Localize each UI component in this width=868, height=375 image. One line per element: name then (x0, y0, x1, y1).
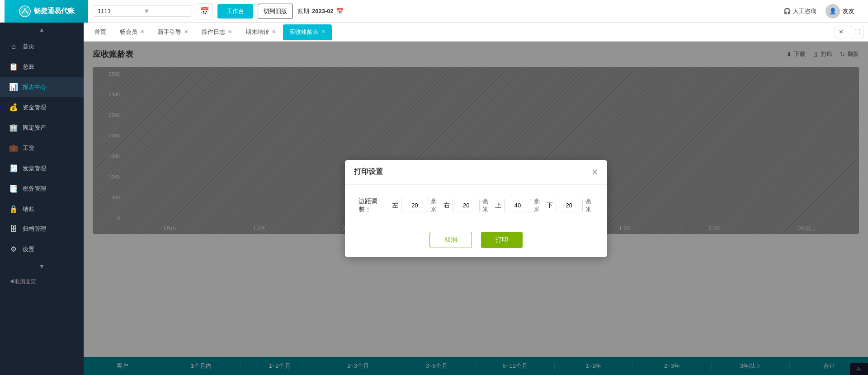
support-button[interactable]: 🎧 人工咨询 (783, 7, 816, 15)
content-area: 首页 畅会员 ✕ 新手引导 ✕ 操作日志 ✕ 期末结转 ✕ 应收账龄表 ✕ (84, 23, 868, 375)
top-unit: 毫米 (534, 197, 542, 214)
sidebar-archive-label: 归档管理 (23, 225, 46, 233)
margin-bottom-input[interactable] (556, 199, 583, 212)
tab-guide-label: 新手引导 (158, 28, 181, 36)
tab-period-end[interactable]: 期末结转 ✕ (239, 24, 282, 40)
tab-guide[interactable]: 新手引导 ✕ (151, 24, 194, 40)
invoice-icon: 🧾 (9, 164, 18, 173)
sidebar-reports-label: 报表中心 (23, 83, 46, 91)
left-unit: 毫米 (431, 197, 439, 214)
sidebar-item-finance[interactable]: 💰 资金管理 (0, 97, 84, 117)
sidebar-payroll-label: 工资 (23, 144, 34, 152)
sidebar-invoice-label: 发票管理 (23, 164, 46, 173)
archive-icon: 🗄 (9, 225, 18, 233)
modal-overlay: 打印设置 ✕ 边距调整： 左 毫米 右 (84, 42, 868, 375)
reports-icon: 📊 (9, 83, 18, 91)
tab-log[interactable]: 操作日志 ✕ (195, 24, 238, 40)
support-label: 人工咨询 (793, 7, 816, 15)
tab-ar-aging-close[interactable]: ✕ (321, 29, 326, 35)
sidebar-item-reports[interactable]: 📊 报表中心 (0, 77, 84, 97)
sidebar-assets-label: 固定资产 (23, 124, 46, 132)
assets-icon: 🏢 (9, 123, 18, 132)
sidebar-item-archive[interactable]: 🗄 归档管理 (0, 219, 84, 239)
tab-log-label: 操作日志 (202, 28, 225, 36)
sidebar-item-payroll[interactable]: 💼 工资 (0, 138, 84, 158)
avatar-icon: 👤 (829, 8, 836, 14)
dialog-footer: 取消 打印 (345, 225, 607, 257)
user-area[interactable]: 👤 友友 (826, 4, 854, 19)
period-calendar-icon[interactable]: 📅 (336, 8, 344, 14)
period-area: 账期 2023-02 📅 (297, 7, 344, 15)
tab-ar-aging[interactable]: 应收账龄表 ✕ (283, 24, 332, 40)
margin-right-group: 右 毫米 (443, 197, 491, 214)
calendar-icon: 📅 (200, 7, 209, 15)
sidebar-home-label: 首页 (23, 42, 34, 51)
sidebar-scroll-down[interactable]: ▼ (0, 259, 84, 273)
tab-guide-close[interactable]: ✕ (184, 29, 188, 35)
workbench-button[interactable]: 工作台 (217, 4, 253, 19)
tabs-bar: 首页 畅会员 ✕ 新手引导 ✕ 操作日志 ✕ 期末结转 ✕ 应收账龄表 ✕ (84, 23, 868, 42)
switch-version-button[interactable]: 切到旧版 (258, 4, 293, 19)
top-header: 畅捷通易代账 1111 ▼ 📅 工作台 切到旧版 账期 2023-02 📅 🎧 … (0, 0, 868, 23)
margin-top-group: 上 毫米 (495, 197, 542, 214)
tab-period-end-close[interactable]: ✕ (272, 29, 276, 35)
dialog-header: 打印设置 ✕ (345, 160, 607, 185)
margin-bottom-group: 下 毫米 (547, 197, 594, 214)
finance-icon: 💰 (9, 103, 18, 112)
dialog-body: 边距调整： 左 毫米 右 毫米 (345, 185, 607, 225)
margin-right-input[interactable] (453, 199, 480, 212)
right-label: 右 (443, 202, 450, 210)
tab-member-close[interactable]: ✕ (140, 29, 144, 35)
bottom-label: 下 (547, 202, 553, 210)
sidebar-finance-label: 资金管理 (23, 103, 46, 112)
user-name: 友友 (843, 7, 854, 15)
margin-top-input[interactable] (504, 199, 531, 212)
bottom-unit: 毫米 (585, 197, 594, 214)
margin-left-input[interactable] (401, 199, 428, 212)
confirm-print-button[interactable]: 打印 (481, 232, 523, 248)
sidebar-tax-label: 税务管理 (23, 185, 46, 193)
right-unit: 毫米 (482, 197, 491, 214)
margin-left-group: 左 毫米 (392, 197, 439, 214)
cancel-button[interactable]: 取消 (429, 232, 472, 248)
home-icon: ⌂ (9, 42, 18, 51)
tab-home[interactable]: 首页 (88, 24, 113, 40)
top-label: 上 (495, 202, 501, 210)
period-value: 2023-02 (312, 8, 334, 14)
sidebar-scroll-up[interactable]: ▲ (0, 23, 84, 37)
period-label: 账期 (297, 7, 309, 15)
tab-log-close[interactable]: ✕ (228, 29, 232, 35)
sidebar-item-invoice[interactable]: 🧾 发票管理 (0, 158, 84, 178)
maximize-tabs-btn[interactable]: ⛶ (851, 26, 863, 38)
sidebar-item-ledger[interactable]: 📋 总账 (0, 56, 84, 77)
cancel-fixed-btn[interactable]: ◀取消固定 (0, 273, 84, 290)
page-content: 应收账龄表 ⬇ 下载 🖨 打印 ↻ 刷新 (84, 42, 868, 375)
sidebar-item-assets[interactable]: 🏢 固定资产 (0, 117, 84, 138)
closing-icon: 🔒 (9, 205, 18, 213)
settings-icon: ⚙ (9, 245, 18, 253)
sidebar-item-settings[interactable]: ⚙ 设置 (0, 239, 84, 259)
dialog-close-button[interactable]: ✕ (591, 167, 598, 177)
logo-text: 畅捷通易代账 (34, 7, 75, 15)
sidebar-item-closing[interactable]: 🔒 结账 (0, 199, 84, 219)
tab-ar-aging-label: 应收账龄表 (289, 28, 319, 36)
margin-label: 边距调整： (359, 197, 388, 214)
dropdown-icon: ▼ (144, 8, 187, 14)
close-all-tabs-btn[interactable]: ✕ (835, 26, 847, 38)
tab-member[interactable]: 畅会员 ✕ (113, 24, 151, 40)
company-selector[interactable]: 1111 ▼ (93, 5, 192, 17)
calendar-btn[interactable]: 📅 (197, 3, 213, 19)
user-avatar: 👤 (826, 4, 840, 19)
payroll-icon: 💼 (9, 144, 18, 152)
sidebar-item-home[interactable]: ⌂ 首页 (0, 37, 84, 56)
tabs-right-buttons: ✕ ⛶ (835, 26, 863, 38)
left-label: 左 (392, 202, 398, 210)
dialog-title: 打印设置 (354, 167, 383, 177)
sidebar-item-tax[interactable]: 📑 税务管理 (0, 178, 84, 199)
print-settings-dialog: 打印设置 ✕ 边距调整： 左 毫米 右 (345, 160, 607, 257)
main-layout: ▲ ⌂ 首页 📋 总账 📊 报表中心 💰 资金管理 🏢 固定资产 💼 工资 🧾 … (0, 23, 868, 375)
ledger-icon: 📋 (9, 62, 18, 71)
company-name: 1111 (98, 8, 141, 14)
sidebar: ▲ ⌂ 首页 📋 总账 📊 报表中心 💰 资金管理 🏢 固定资产 💼 工资 🧾 … (0, 23, 84, 375)
tax-icon: 📑 (9, 184, 18, 193)
